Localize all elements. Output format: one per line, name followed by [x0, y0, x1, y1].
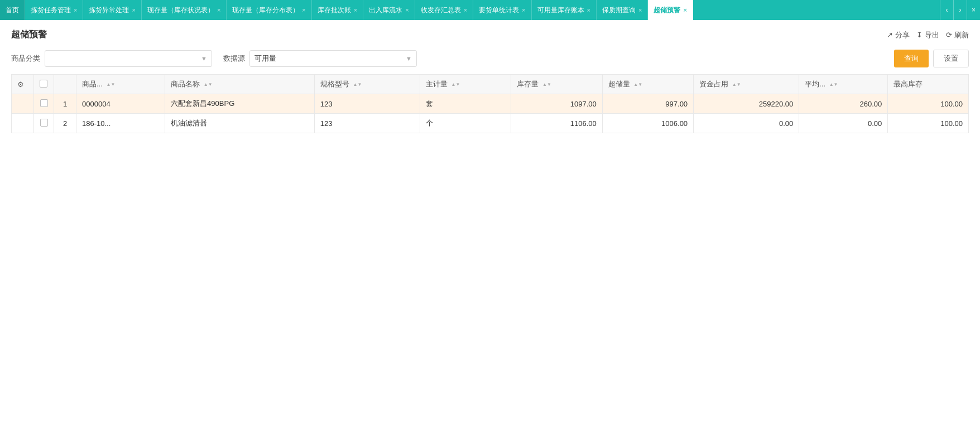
nav-arrow-close[interactable]: × — [967, 0, 980, 20]
sort-arrows-stock: ▲▼ — [542, 83, 551, 87]
page-header: 超储预警 ↗ 分享 ↧ 导出 ⟳ 刷新 — [11, 29, 969, 41]
th-gear[interactable]: ⚙ — [12, 75, 34, 94]
tab-close-quality[interactable]: × — [638, 7, 642, 13]
row-gear-cell — [12, 114, 34, 133]
tab-label: 要货单统计表 — [479, 6, 519, 15]
tab-label: 现存量（库存状况表） — [147, 6, 214, 15]
row-stock: 1106.00 — [511, 114, 602, 133]
table-row: 1 0000004 六配套新昌490BPG 123 套 1097.00 997.… — [12, 94, 969, 114]
refresh-button[interactable]: ⟳ 刷新 — [946, 30, 969, 40]
th-capital[interactable]: 资金占用 ▲▼ — [694, 75, 799, 94]
tab-close-task-mgmt[interactable]: × — [74, 7, 77, 13]
export-button[interactable]: ↧ 导出 — [916, 30, 939, 40]
th-max-stock-label: 最高库存 — [893, 80, 923, 88]
nav-arrow-left[interactable]: ‹ — [940, 0, 953, 20]
th-spec[interactable]: 规格型号 ▲▼ — [314, 75, 420, 94]
nav-tab-avail-stock[interactable]: 可用量库存账本 × — [532, 0, 597, 20]
header-actions: ↗ 分享 ↧ 导出 ⟳ 刷新 — [887, 30, 969, 40]
datasource-label: 数据源 — [223, 54, 245, 64]
th-product-code-label: 商品... — [82, 80, 103, 88]
tab-label: 收发存汇总表 — [421, 6, 461, 15]
tab-close-overstock[interactable]: × — [683, 7, 686, 13]
th-product-code[interactable]: 商品... ▲▼ — [76, 75, 165, 94]
category-select[interactable]: ▼ — [45, 50, 212, 67]
row-stock: 1097.00 — [511, 94, 602, 114]
datasource-select[interactable]: 可用量 ▼ — [249, 50, 417, 67]
nav-tab-batch[interactable]: 库存批次账 × — [312, 0, 363, 20]
nav-tab-order-stat[interactable]: 要货单统计表 × — [473, 0, 531, 20]
tab-close-order-stat[interactable]: × — [522, 7, 525, 13]
row-checkbox-cell[interactable] — [34, 94, 54, 114]
row-number: 1 — [54, 94, 76, 114]
select-all-checkbox[interactable] — [40, 80, 47, 88]
row-product-code: 186-10... — [76, 114, 165, 133]
row-gear-cell — [12, 94, 34, 114]
share-button[interactable]: ↗ 分享 — [887, 30, 910, 40]
row-overstock: 997.00 — [602, 94, 693, 114]
home-label: 首页 — [6, 6, 19, 15]
category-dropdown-icon: ▼ — [201, 55, 207, 62]
nav-tab-recv[interactable]: 收发存汇总表 × — [415, 0, 473, 20]
nav-tab-overstock[interactable]: 超储预警 × — [648, 0, 693, 20]
th-avg[interactable]: 平均... ▲▼ — [799, 75, 888, 94]
export-label: 导出 — [925, 30, 939, 40]
nav-tab-task-mgmt[interactable]: 拣货任务管理 × — [25, 0, 83, 20]
tab-close-avail-stock[interactable]: × — [587, 7, 590, 13]
row-max-stock: 100.00 — [888, 94, 969, 114]
th-row-num — [54, 75, 76, 94]
tab-close-inout[interactable]: × — [405, 7, 409, 13]
row-spec: 123 — [314, 94, 420, 114]
row-checkbox[interactable] — [40, 119, 48, 127]
row-product-name: 机油滤清器 — [165, 114, 315, 133]
refresh-label: 刷新 — [954, 30, 969, 40]
gear-icon: ⚙ — [17, 80, 24, 89]
th-stock[interactable]: 库存量 ▲▼ — [511, 75, 602, 94]
tab-close-batch[interactable]: × — [354, 7, 357, 13]
row-avg: 0.00 — [799, 114, 888, 133]
tab-label: 可用量库存账本 — [537, 6, 584, 15]
th-unit[interactable]: 主计量 ▲▼ — [420, 75, 511, 94]
table-row: 2 186-10... 机油滤清器 123 个 1106.00 1006.00 … — [12, 114, 969, 133]
row-max-stock: 100.00 — [888, 114, 969, 133]
tab-label: 库存批次账 — [318, 6, 351, 15]
row-avg: 260.00 — [799, 94, 888, 114]
row-checkbox[interactable] — [40, 99, 48, 107]
sort-arrows-avg: ▲▼ — [829, 83, 838, 87]
query-button[interactable]: 查询 — [894, 50, 929, 67]
th-capital-label: 资金占用 — [699, 80, 728, 88]
settings-button[interactable]: 设置 — [933, 50, 969, 67]
page-title: 超储预警 — [11, 29, 47, 41]
sort-arrows-product-code: ▲▼ — [106, 83, 115, 87]
th-max-stock[interactable]: 最高库存 — [888, 75, 969, 94]
th-product-name[interactable]: 商品名称 ▲▼ — [165, 75, 315, 94]
th-checkbox[interactable] — [34, 75, 54, 94]
nav-tab-abnormal[interactable]: 拣货异常处理 × — [83, 0, 141, 20]
th-overstock[interactable]: 超储量 ▲▼ — [602, 75, 693, 94]
tab-close-stock-dist[interactable]: × — [302, 7, 305, 13]
th-product-name-label: 商品名称 — [171, 80, 200, 88]
row-overstock: 1006.00 — [602, 114, 693, 133]
nav-tab-stock-dist[interactable]: 现存量（库存分布表） × — [227, 0, 311, 20]
page-content: 超储预警 ↗ 分享 ↧ 导出 ⟳ 刷新 商品分类 ▼ 数据源 — [0, 20, 980, 142]
nav-arrows: ‹ › × — [940, 0, 980, 20]
export-icon: ↧ — [916, 31, 923, 39]
tab-label: 现存量（库存分布表） — [232, 6, 299, 15]
nav-tab-inout[interactable]: 出入库流水 × — [363, 0, 415, 20]
filter-datasource: 数据源 可用量 ▼ — [223, 50, 417, 67]
th-unit-label: 主计量 — [426, 80, 448, 88]
row-checkbox-cell[interactable] — [34, 114, 54, 133]
nav-arrow-right[interactable]: › — [953, 0, 967, 20]
tab-close-stock-status[interactable]: × — [217, 7, 220, 13]
row-capital: 259220.00 — [694, 94, 799, 114]
nav-tab-home[interactable]: 首页 — [0, 0, 25, 20]
tab-close-recv[interactable]: × — [464, 7, 467, 13]
datasource-select-value: 可用量 — [254, 54, 276, 64]
th-stock-label: 库存量 — [517, 80, 539, 88]
nav-tab-stock-status[interactable]: 现存量（库存状况表） × — [142, 0, 227, 20]
th-avg-label: 平均... — [805, 80, 825, 88]
tab-close-abnormal[interactable]: × — [132, 7, 135, 13]
top-nav: 首页 拣货任务管理 × 拣货异常处理 × 现存量（库存状况表） × 现存量（库存… — [0, 0, 980, 20]
filter-row: 商品分类 ▼ 数据源 可用量 ▼ 查询 设置 — [11, 50, 969, 67]
data-table: ⚙ 商品... ▲▼ 商品名称 ▲▼ 规格型号 ▲▼ — [11, 74, 969, 133]
nav-tab-quality[interactable]: 保质期查询 × — [597, 0, 648, 20]
